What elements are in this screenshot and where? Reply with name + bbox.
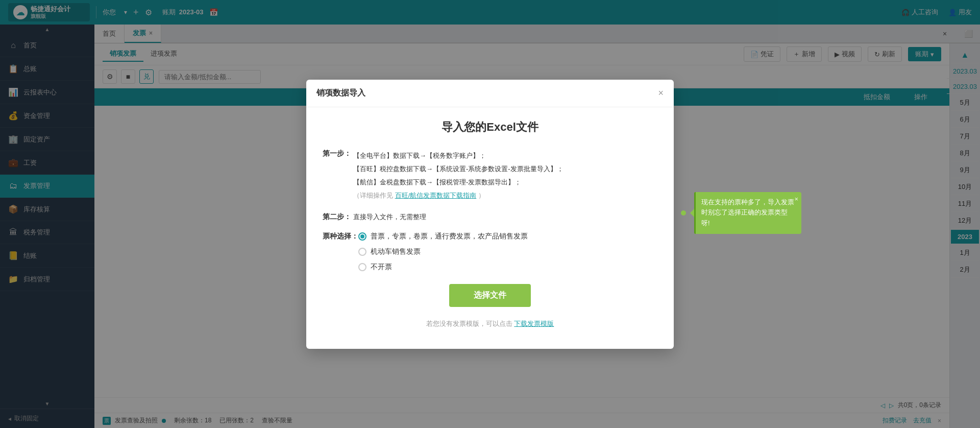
modal-close-btn[interactable]: × — [658, 88, 664, 98]
modal-title: 销项数据导入 — [316, 88, 365, 99]
radio-motor[interactable]: 机动车销售发票 — [358, 247, 528, 256]
modal-body: 导入您的Excel文件 第一步： 【全电平台】数据下载→【税务数字账户】； 【百… — [306, 107, 674, 349]
step1-link: （详细操作见 百旺/航信发票数据下载指南 ） — [353, 189, 564, 202]
radio-normal-label: 普票，专票，卷票，通行费发票，农产品销售发票 — [371, 232, 528, 241]
step2-content: 直接导入文件，无需整理 — [353, 212, 426, 222]
radio-normal[interactable]: 普票，专票，卷票，通行费发票，农产品销售发票 — [358, 232, 528, 241]
radio-none-circle — [358, 263, 366, 271]
tooltip-dot — [681, 210, 686, 216]
step-1-block: 第一步： 【全电平台】数据下载→【税务数字账户】； 【百旺】税控盘数据下载→【系… — [323, 149, 657, 202]
step1-label: 第一步： — [323, 149, 353, 158]
step1-line1: 【全电平台】数据下载→【税务数字账户】； — [353, 149, 564, 162]
step1-line3: 【航信】金税盘数据下载→【报税管理-发票数据导出】； — [353, 176, 564, 189]
tooltip-close-btn[interactable]: × — [794, 194, 798, 205]
select-file-btn[interactable]: 选择文件 — [449, 284, 531, 307]
guide-link[interactable]: 百旺/航信发票数据下载指南 — [395, 192, 477, 199]
step1-content: 【全电平台】数据下载→【税务数字账户】； 【百旺】税控盘数据下载→【系统设置-系… — [353, 149, 564, 202]
radio-normal-inner — [360, 234, 364, 239]
download-template-link[interactable]: 下载发票模版 — [514, 320, 554, 327]
radio-none-label: 不开票 — [371, 263, 392, 272]
step1-line2: 【百旺】税控盘数据下载→【系统设置-系统参数设置-发票批量导入】； — [353, 162, 564, 176]
tooltip-bubble: × 现在支持的票种多了，导入发票时别忘了选择正确的发票类型呀! — [694, 192, 801, 234]
modal-main-title: 导入您的Excel文件 — [323, 120, 657, 135]
ticket-select: 票种选择： 普票，专票，卷票，通行费发票，农产品销售发票 机动车销售 — [323, 232, 657, 272]
radio-motor-label: 机动车销售发票 — [371, 247, 421, 256]
ticket-select-label: 票种选择： — [323, 232, 358, 241]
step2-label: 第二步： — [323, 212, 353, 222]
modal: 销项数据导入 × 导入您的Excel文件 第一步： 【全电平台】数据下载→【税务… — [306, 80, 674, 349]
radio-motor-circle — [358, 248, 366, 256]
modal-header: 销项数据导入 × — [306, 80, 674, 107]
modal-footer: 若您没有发票模版，可以点击 下载发票模版 — [323, 319, 657, 337]
step-2-block: 第二步： 直接导入文件，无需整理 — [323, 212, 657, 222]
radio-normal-circle — [358, 232, 366, 241]
tooltip-line — [694, 192, 696, 234]
radio-none[interactable]: 不开票 — [358, 263, 528, 272]
modal-overlay[interactable]: 销项数据导入 × 导入您的Excel文件 第一步： 【全电平台】数据下载→【税务… — [0, 0, 980, 428]
radio-group: 普票，专票，卷票，通行费发票，农产品销售发票 机动车销售发票 不开票 — [358, 232, 528, 272]
tooltip-text: 现在支持的票种多了，导入发票时别忘了选择正确的发票类型呀! — [701, 198, 794, 227]
